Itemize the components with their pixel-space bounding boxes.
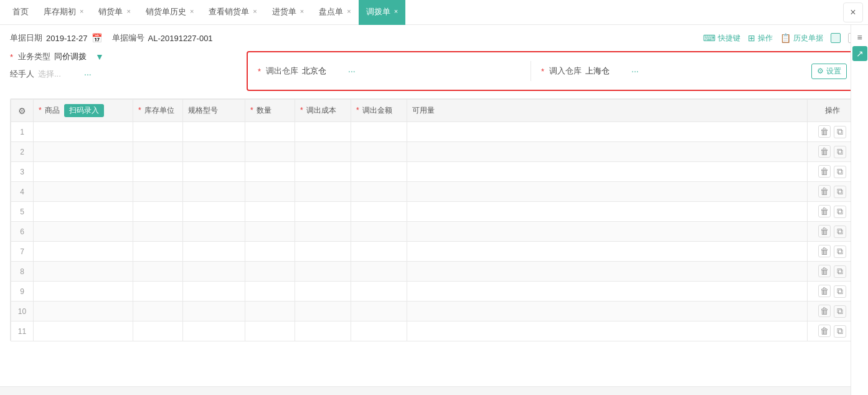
delete-icon[interactable]: 🗑	[818, 325, 831, 337]
row-available-cell[interactable]	[407, 142, 808, 162]
scan-button[interactable]: 扫码录入	[64, 104, 104, 117]
tab-inventory-init[interactable]: 库存期初 ×	[36, 0, 91, 25]
row-quantity-cell[interactable]	[245, 122, 295, 142]
row-spec-cell[interactable]	[183, 302, 245, 321]
row-available-cell[interactable]	[407, 321, 808, 341]
row-cost-cell[interactable]	[295, 162, 351, 182]
row-quantity-cell[interactable]	[245, 222, 295, 242]
row-cost-cell[interactable]	[295, 122, 351, 142]
tab-view-sales-close[interactable]: ×	[253, 8, 257, 15]
row-amount-cell[interactable]	[351, 202, 407, 222]
row-unit-cell[interactable]	[133, 302, 183, 321]
row-spec-cell[interactable]	[183, 262, 245, 282]
row-quantity-cell[interactable]	[245, 262, 295, 282]
row-cost-cell[interactable]	[295, 262, 351, 282]
business-type-value[interactable]: 同价调拨	[54, 51, 92, 62]
row-available-cell[interactable]	[407, 282, 808, 302]
tab-sales-history-close[interactable]: ×	[190, 8, 194, 15]
row-product-cell[interactable]	[34, 142, 133, 162]
row-cost-cell[interactable]	[295, 182, 351, 202]
row-product-cell[interactable]	[34, 202, 133, 222]
tab-view-sales[interactable]: 查看销货单 ×	[201, 0, 264, 25]
row-spec-cell[interactable]	[183, 321, 245, 341]
tab-transfer[interactable]: 调拨单 ×	[359, 0, 405, 25]
row-spec-cell[interactable]	[183, 202, 245, 222]
row-quantity-cell[interactable]	[245, 162, 295, 182]
row-spec-cell[interactable]	[183, 222, 245, 242]
history-action[interactable]: 📋 历史单据	[780, 33, 823, 44]
row-unit-cell[interactable]	[133, 321, 183, 341]
row-cost-cell[interactable]	[295, 282, 351, 302]
row-quantity-cell[interactable]	[245, 282, 295, 302]
row-product-cell[interactable]	[34, 162, 133, 182]
transfer-out-value[interactable]: 北京仓	[302, 65, 339, 77]
row-product-cell[interactable]	[34, 182, 133, 202]
row-spec-cell[interactable]	[183, 142, 245, 162]
copy-icon[interactable]: ⧉	[834, 186, 846, 198]
row-product-cell[interactable]	[34, 262, 133, 282]
row-quantity-cell[interactable]	[245, 321, 295, 341]
copy-icon[interactable]: ⧉	[834, 226, 846, 238]
row-amount-cell[interactable]	[351, 302, 407, 321]
delete-icon[interactable]: 🗑	[818, 185, 831, 198]
tab-transfer-close[interactable]: ×	[394, 8, 398, 15]
row-spec-cell[interactable]	[183, 242, 245, 262]
row-quantity-cell[interactable]	[245, 242, 295, 262]
tab-sales-order-close[interactable]: ×	[126, 8, 130, 15]
row-quantity-cell[interactable]	[245, 142, 295, 162]
row-amount-cell[interactable]	[351, 122, 407, 142]
row-unit-cell[interactable]	[133, 142, 183, 162]
handler-placeholder[interactable]: 选择...	[38, 69, 75, 80]
row-spec-cell[interactable]	[183, 282, 245, 302]
row-cost-cell[interactable]	[295, 302, 351, 321]
settings-button[interactable]: ⚙ 设置	[811, 64, 847, 79]
tab-stocktake[interactable]: 盘点单 ×	[311, 0, 358, 25]
tab-stocktake-close[interactable]: ×	[347, 8, 351, 15]
shortcut-action[interactable]: ⌨ 快捷键	[703, 33, 740, 44]
operation-action[interactable]: ⊞ 操作	[748, 33, 773, 44]
row-product-cell[interactable]	[34, 242, 133, 262]
row-quantity-cell[interactable]	[245, 302, 295, 321]
copy-icon[interactable]: ⧉	[834, 166, 846, 178]
row-product-cell[interactable]	[34, 321, 133, 341]
row-spec-cell[interactable]	[183, 122, 245, 142]
copy-icon[interactable]: ⧉	[834, 146, 846, 158]
col-gear[interactable]: ⚙	[11, 100, 34, 122]
copy-icon[interactable]: ⧉	[834, 325, 846, 338]
row-unit-cell[interactable]	[133, 182, 183, 202]
row-amount-cell[interactable]	[351, 142, 407, 162]
sidebar-list-icon[interactable]: ≡	[852, 30, 867, 45]
tab-bar-close-button[interactable]: ×	[843, 2, 863, 22]
row-cost-cell[interactable]	[295, 202, 351, 222]
tab-purchase-order-close[interactable]: ×	[300, 8, 304, 15]
row-cost-cell[interactable]	[295, 142, 351, 162]
row-quantity-cell[interactable]	[245, 182, 295, 202]
copy-icon[interactable]: ⧉	[834, 265, 846, 278]
row-unit-cell[interactable]	[133, 262, 183, 282]
delete-icon[interactable]: 🗑	[818, 285, 831, 297]
calendar-icon[interactable]: 📅	[92, 33, 102, 43]
tab-sales-history[interactable]: 销货单历史 ×	[138, 0, 201, 25]
delete-icon[interactable]: 🗑	[818, 165, 831, 178]
row-amount-cell[interactable]	[351, 321, 407, 341]
row-available-cell[interactable]	[407, 242, 808, 262]
tab-purchase-order[interactable]: 进货单 ×	[265, 0, 311, 25]
row-amount-cell[interactable]	[351, 242, 407, 262]
business-type-dropdown-icon[interactable]: ▼	[95, 52, 104, 62]
handler-more-btn[interactable]: ···	[84, 69, 92, 79]
transfer-in-value[interactable]: 上海仓	[585, 65, 623, 77]
row-amount-cell[interactable]	[351, 162, 407, 182]
row-available-cell[interactable]	[407, 182, 808, 202]
row-amount-cell[interactable]	[351, 222, 407, 242]
delete-icon[interactable]: 🗑	[818, 305, 831, 317]
row-unit-cell[interactable]	[133, 282, 183, 302]
transfer-out-more-btn[interactable]: ···	[348, 66, 356, 76]
delete-icon[interactable]: 🗑	[818, 125, 831, 138]
row-unit-cell[interactable]	[133, 202, 183, 222]
transfer-in-more-btn[interactable]: ···	[631, 66, 639, 76]
row-product-cell[interactable]	[34, 222, 133, 242]
row-available-cell[interactable]	[407, 222, 808, 242]
gear-icon[interactable]: ⚙	[16, 106, 28, 116]
row-unit-cell[interactable]	[133, 222, 183, 242]
row-cost-cell[interactable]	[295, 242, 351, 262]
